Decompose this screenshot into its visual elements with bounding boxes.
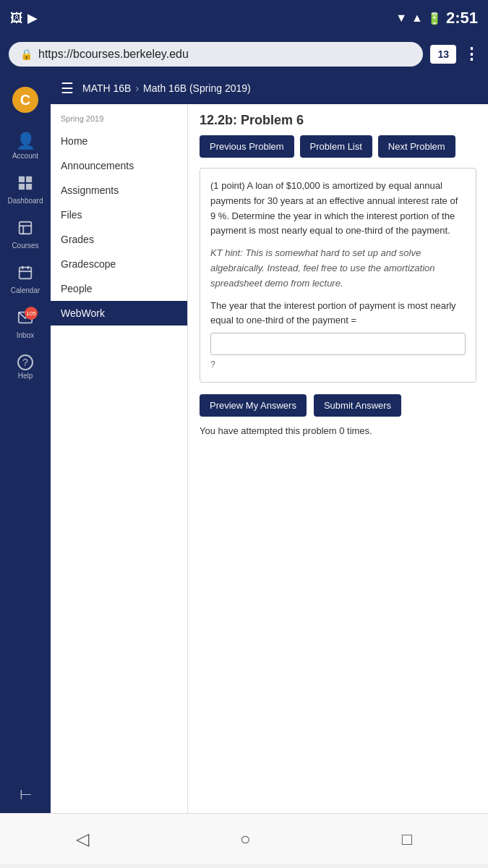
recents-button[interactable]: □ bbox=[388, 822, 427, 856]
tab-count[interactable]: 13 bbox=[430, 45, 456, 64]
inbox-badge: 105 bbox=[25, 307, 38, 320]
sidebar-item-courses[interactable]: Courses bbox=[0, 214, 51, 256]
more-menu-button[interactable]: ⋮ bbox=[463, 45, 479, 64]
nav-item-grades[interactable]: Grades bbox=[51, 227, 187, 252]
sidebar-nav: C 👤 Account Dashboard bbox=[0, 72, 51, 813]
problem-box: (1 point) A loan of $10,000 is amortized… bbox=[200, 168, 476, 383]
nav-item-assignments[interactable]: Assignments bbox=[51, 178, 187, 203]
courses-label: Courses bbox=[12, 242, 38, 250]
answer-input[interactable] bbox=[210, 333, 466, 355]
main-container: C 👤 Account Dashboard bbox=[0, 72, 488, 813]
calendar-icon bbox=[17, 265, 33, 285]
nav-item-announcements[interactable]: Announcements bbox=[51, 153, 187, 178]
nav-item-home[interactable]: Home bbox=[51, 129, 187, 153]
sidebar-item-calendar[interactable]: Calendar bbox=[0, 259, 51, 301]
sidebar-back-button[interactable]: ⊢ bbox=[0, 780, 51, 813]
account-icon: 👤 bbox=[16, 132, 35, 150]
status-left: 🖼 ▶ bbox=[10, 10, 38, 26]
svg-rect-3 bbox=[26, 184, 32, 190]
sidebar-item-account[interactable]: 👤 Account bbox=[0, 126, 51, 166]
home-button[interactable]: ○ bbox=[226, 822, 265, 856]
wifi-icon: ▼ bbox=[395, 12, 407, 25]
breadcrumb: MATH 16B › Math 16B (Spring 2019) bbox=[82, 82, 251, 94]
svg-rect-4 bbox=[20, 222, 32, 234]
nav-item-files[interactable]: Files bbox=[51, 203, 187, 227]
previous-problem-button[interactable]: Previous Problem bbox=[200, 135, 294, 158]
hint-text: KT hint: This is somewhat hard to set up… bbox=[210, 246, 466, 291]
course-header: ☰ MATH 16B › Math 16B (Spring 2019) bbox=[51, 72, 488, 104]
semester-label: Spring 2019 bbox=[51, 111, 187, 129]
answer-hint: ? bbox=[210, 358, 466, 372]
account-label: Account bbox=[12, 152, 38, 161]
next-problem-button[interactable]: Next Problem bbox=[378, 135, 455, 158]
status-right: ▼ ▲ 🔋 2:51 bbox=[395, 9, 478, 27]
attempt-text: You have attempted this problem 0 times. bbox=[200, 425, 476, 436]
signal-icon: ▲ bbox=[411, 12, 423, 25]
svg-rect-7 bbox=[20, 268, 32, 279]
nav-item-webwork[interactable]: WebWork bbox=[51, 301, 187, 326]
courses-icon bbox=[17, 220, 33, 240]
lock-icon: 🔒 bbox=[20, 48, 33, 60]
answer-label: The year that the interest portion of pa… bbox=[210, 299, 466, 329]
canvas-logo[interactable]: C bbox=[0, 80, 51, 123]
submit-answers-button[interactable]: Submit Answers bbox=[314, 394, 401, 417]
inbox-label: Inbox bbox=[17, 331, 34, 340]
status-time: 2:51 bbox=[446, 9, 478, 27]
url-bar: 🔒 https://bcourses.berkeley.edu 13 ⋮ bbox=[0, 36, 488, 72]
course-nav: Spring 2019 Home Announcements Assignmen… bbox=[51, 104, 188, 813]
course-area: ☰ MATH 16B › Math 16B (Spring 2019) Spri… bbox=[51, 72, 488, 813]
url-text: https://bcourses.berkeley.edu bbox=[38, 48, 189, 61]
help-label: Help bbox=[18, 372, 33, 380]
action-buttons: Preview My Answers Submit Answers bbox=[200, 394, 476, 417]
bottom-nav: ◁ ○ □ bbox=[0, 813, 488, 864]
battery-icon: 🔋 bbox=[427, 12, 442, 25]
nav-item-gradescope[interactable]: Gradescope bbox=[51, 252, 187, 276]
url-input-container[interactable]: 🔒 https://bcourses.berkeley.edu bbox=[9, 42, 423, 67]
breadcrumb-separator: › bbox=[135, 82, 139, 94]
hamburger-menu[interactable]: ☰ bbox=[61, 80, 74, 97]
answer-row: The year that the interest portion of pa… bbox=[210, 299, 466, 373]
back-arrow-icon: ⊢ bbox=[20, 786, 32, 803]
video-icon: ▶ bbox=[27, 10, 38, 26]
breadcrumb-section[interactable]: Math 16B (Spring 2019) bbox=[143, 82, 251, 94]
calendar-label: Calendar bbox=[11, 286, 40, 295]
back-button[interactable]: ◁ bbox=[61, 822, 103, 856]
status-icons: 🖼 ▶ bbox=[10, 10, 38, 26]
sidebar-item-dashboard[interactable]: Dashboard bbox=[0, 169, 51, 211]
problem-list-button[interactable]: Problem List bbox=[300, 135, 372, 158]
problem-text: (1 point) A loan of $10,000 is amortized… bbox=[210, 179, 466, 239]
preview-answers-button[interactable]: Preview My Answers bbox=[200, 394, 307, 417]
sidebar-item-help[interactable]: ? Help bbox=[0, 349, 51, 386]
course-body: Spring 2019 Home Announcements Assignmen… bbox=[51, 104, 488, 813]
problem-title: 12.2b: Problem 6 bbox=[200, 104, 476, 135]
breadcrumb-course[interactable]: MATH 16B bbox=[82, 82, 131, 94]
navigation-buttons: Previous Problem Problem List Next Probl… bbox=[200, 135, 476, 158]
help-icon: ? bbox=[17, 354, 33, 370]
svg-rect-0 bbox=[19, 176, 25, 182]
svg-rect-1 bbox=[26, 176, 32, 182]
dashboard-label: Dashboard bbox=[8, 197, 43, 205]
svg-rect-2 bbox=[19, 184, 25, 190]
status-bar: 🖼 ▶ ▼ ▲ 🔋 2:51 bbox=[0, 0, 488, 36]
dashboard-icon bbox=[17, 175, 33, 195]
canvas-icon: C bbox=[12, 87, 38, 113]
sidebar-item-inbox[interactable]: 105 Inbox bbox=[0, 304, 51, 346]
content-area: 12.2b: Problem 6 Previous Problem Proble… bbox=[188, 104, 488, 813]
photo-icon: 🖼 bbox=[10, 11, 23, 26]
nav-item-people[interactable]: People bbox=[51, 276, 187, 301]
